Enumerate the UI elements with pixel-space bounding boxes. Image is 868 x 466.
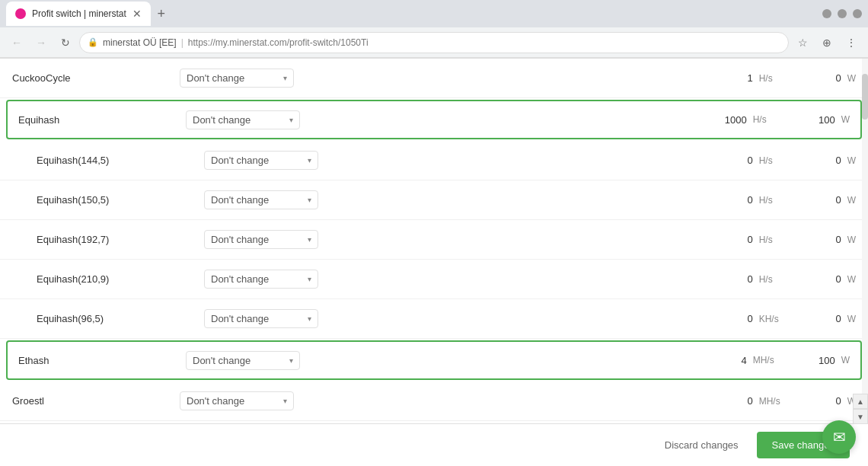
select-cuckoo-cycle[interactable]: Don't change▾ xyxy=(180,69,294,88)
scroll-up-button[interactable]: ▲ xyxy=(853,394,868,409)
select-value-cuckoo-cycle: Don't change xyxy=(187,72,244,84)
restore-button[interactable] xyxy=(838,9,847,18)
nav-extras: ☆ ⊕ ⋮ xyxy=(792,32,862,53)
select-ethash[interactable]: Don't change▾ xyxy=(186,351,300,370)
algo-name-groestl: Groestl xyxy=(12,395,180,407)
power-unit-equihash-96-5: W xyxy=(847,314,856,324)
select-value-equihash-96-5: Don't change xyxy=(211,313,269,324)
hashrate-value-equihash-96-5: 0 xyxy=(715,313,753,324)
bookmark-button[interactable]: ☆ xyxy=(792,32,813,53)
hashrate-unit-equihash: H/s xyxy=(753,114,785,125)
power-unit-cuckoo-cycle: W xyxy=(847,73,856,84)
hashrate-value-groestl: 0 xyxy=(715,395,753,407)
new-tab-button[interactable]: + xyxy=(151,3,172,24)
hashrate-unit-groestl: MH/s xyxy=(759,396,791,407)
select-groestl[interactable]: Don't change▾ xyxy=(180,391,294,410)
bottom-bar: Discard changes Save changes xyxy=(0,423,868,466)
power-value-equihash-96-5: 0 xyxy=(803,313,841,324)
scroll-arrows: ▲ ▼ xyxy=(853,394,868,424)
scroll-down-button[interactable]: ▼ xyxy=(853,409,868,424)
algo-name-equihash-210-9: Equihash(210,9) xyxy=(37,273,204,285)
algo-name-equihash: Equihash xyxy=(18,114,186,126)
hashrate-unit-equihash-96-5: KH/s xyxy=(759,314,791,324)
algo-row-equihash-96-5: Equihash(96,5)Don't change▾0KH/s0W xyxy=(0,299,868,339)
nav-bar: ← → ↻ 🔒 minerstat OÜ [EE] | https://my.m… xyxy=(0,27,868,58)
url-origin: minerstat OÜ [EE] xyxy=(103,37,177,48)
tab-favicon xyxy=(15,8,26,19)
page-content: CuckooCycleDon't change▾1H/s0WEquihashDo… xyxy=(0,59,868,466)
algo-row-equihash-210-9: Equihash(210,9)Don't change▾0H/s0W xyxy=(0,260,868,299)
power-value-cuckoo-cycle: 0 xyxy=(803,72,841,84)
select-equihash-144-5[interactable]: Don't change▾ xyxy=(204,151,318,170)
address-bar[interactable]: 🔒 minerstat OÜ [EE] | https://my.minerst… xyxy=(79,32,789,53)
close-window-button[interactable] xyxy=(853,9,862,18)
algo-name-equihash-144-5: Equihash(144,5) xyxy=(37,155,204,166)
select-equihash-192-7[interactable]: Don't change▾ xyxy=(204,230,318,249)
minimize-button[interactable] xyxy=(822,9,831,18)
hashrate-value-ethash: 4 xyxy=(709,355,747,366)
select-value-equihash-144-5: Don't change xyxy=(211,155,269,166)
chevron-down-icon: ▾ xyxy=(289,356,293,365)
select-value-groestl: Don't change xyxy=(187,395,244,407)
algo-row-cuckoo-cycle: CuckooCycleDon't change▾1H/s0W xyxy=(0,59,868,98)
back-button[interactable]: ← xyxy=(6,32,27,53)
forward-button[interactable]: → xyxy=(30,32,52,53)
chevron-down-icon: ▾ xyxy=(283,74,287,82)
tab-bar: Profit switch | minerstat ✕ + xyxy=(0,0,868,27)
algo-name-equihash-150-5: Equihash(150,5) xyxy=(37,194,204,206)
select-equihash-210-9[interactable]: Don't change▾ xyxy=(204,270,318,289)
hashrate-value-equihash-144-5: 0 xyxy=(715,155,753,166)
power-unit-equihash-192-7: W xyxy=(847,235,856,245)
algo-name-cuckoo-cycle: CuckooCycle xyxy=(12,72,180,84)
hashrate-unit-equihash-144-5: H/s xyxy=(759,155,791,166)
algo-name-ethash: Ethash xyxy=(18,355,186,366)
algo-row-groestl: GroestlDon't change▾0MH/s0W xyxy=(0,381,868,421)
chevron-down-icon: ▾ xyxy=(289,116,293,124)
lock-icon: 🔒 xyxy=(88,37,98,47)
power-value-equihash-192-7: 0 xyxy=(803,234,841,245)
browser-chrome: Profit switch | minerstat ✕ + ← → ↻ 🔒 mi… xyxy=(0,0,868,59)
scrollbar-thumb[interactable] xyxy=(862,74,868,120)
hashrate-value-equihash-192-7: 0 xyxy=(715,234,753,245)
power-unit-equihash: W xyxy=(841,114,850,125)
algo-name-equihash-192-7: Equihash(192,7) xyxy=(37,234,204,245)
power-unit-equihash-210-9: W xyxy=(847,274,856,285)
select-equihash-150-5[interactable]: Don't change▾ xyxy=(204,190,318,209)
hashrate-unit-equihash-150-5: H/s xyxy=(759,195,791,206)
select-value-equihash-210-9: Don't change xyxy=(211,273,269,285)
algo-row-equihash: EquihashDon't change▾1000H/s100W xyxy=(6,100,862,139)
url-path: https://my.minerstat.com/profit-switch/1… xyxy=(188,37,369,48)
discard-changes-button[interactable]: Discard changes xyxy=(656,433,748,457)
power-value-ethash: 100 xyxy=(797,355,835,366)
algo-row-equihash-192-7: Equihash(192,7)Don't change▾0H/s0W xyxy=(0,220,868,260)
select-equihash[interactable]: Don't change▾ xyxy=(186,110,300,129)
menu-button[interactable]: ⋮ xyxy=(841,32,862,53)
select-value-equihash: Don't change xyxy=(193,114,251,126)
tab-close-button[interactable]: ✕ xyxy=(132,8,142,20)
hashrate-unit-equihash-192-7: H/s xyxy=(759,235,791,245)
hashrate-unit-equihash-210-9: H/s xyxy=(759,274,791,285)
chevron-down-icon: ▾ xyxy=(308,196,311,204)
select-value-ethash: Don't change xyxy=(193,355,251,366)
extensions-button[interactable]: ⊕ xyxy=(816,32,838,53)
algo-row-ethash: EthashDon't change▾4MH/s100W xyxy=(6,340,862,380)
reload-button[interactable]: ↻ xyxy=(55,32,76,53)
active-tab[interactable]: Profit switch | minerstat ✕ xyxy=(6,2,151,26)
power-unit-equihash-144-5: W xyxy=(847,155,856,166)
power-unit-equihash-150-5: W xyxy=(847,195,856,206)
chevron-down-icon: ▾ xyxy=(308,235,311,244)
hashrate-unit-ethash: MH/s xyxy=(753,355,785,365)
select-value-equihash-192-7: Don't change xyxy=(211,234,269,245)
chevron-down-icon: ▾ xyxy=(308,275,311,283)
hashrate-value-equihash: 1000 xyxy=(709,114,747,126)
power-value-groestl: 0 xyxy=(803,395,841,407)
tab-title: Profit switch | minerstat xyxy=(32,8,126,19)
table-container: CuckooCycleDon't change▾1H/s0WEquihashDo… xyxy=(0,59,868,466)
chevron-down-icon: ▾ xyxy=(283,397,287,405)
chevron-down-icon: ▾ xyxy=(308,314,311,323)
power-value-equihash-144-5: 0 xyxy=(803,155,841,166)
url-separator: | xyxy=(181,37,183,48)
algo-row-equihash-144-5: Equihash(144,5)Don't change▾0H/s0W xyxy=(0,141,868,180)
chat-button[interactable]: ✉ xyxy=(822,420,856,454)
select-equihash-96-5[interactable]: Don't change▾ xyxy=(204,309,318,328)
